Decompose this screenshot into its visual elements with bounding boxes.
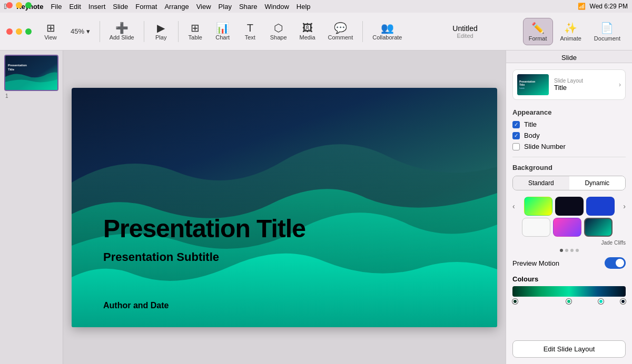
toolbar-separator-4 <box>362 21 363 42</box>
view-button[interactable]: ⊞ View <box>38 19 63 44</box>
colour-stop-left[interactable] <box>512 299 518 304</box>
body-checkbox[interactable]: ✓ <box>512 132 520 139</box>
shape-icon: ⬡ <box>274 23 283 33</box>
slide-title[interactable]: Presentation Title <box>103 214 305 243</box>
document-button[interactable]: 📄 Document <box>589 18 626 45</box>
document-icon: 📄 <box>600 22 614 34</box>
layout-name: Title <box>554 84 614 92</box>
title-checkbox[interactable]: ✓ <box>512 121 520 128</box>
comment-icon: 💬 <box>334 23 347 33</box>
menu-bar:  Keynote File Edit Insert Slide Format … <box>0 0 632 13</box>
collaborate-icon: 👥 <box>381 23 394 33</box>
play-icon: ▶ <box>157 23 165 33</box>
menu-play[interactable]: Play <box>219 3 232 11</box>
background-label: Background <box>512 164 626 171</box>
collaborate-button[interactable]: 👥 Collaborate <box>367 19 407 44</box>
canvas-area[interactable]: Presentation Title Presentation Subtitle… <box>63 50 506 364</box>
body-checkbox-row: ✓ Body <box>512 132 626 139</box>
menu-slide[interactable]: Slide <box>113 3 128 11</box>
colour-stop-mid-right[interactable] <box>598 299 604 304</box>
toolbar-separator-3 <box>178 21 179 42</box>
shape-button[interactable]: ⬡ Shape <box>265 19 292 44</box>
document-status: Edited <box>457 33 473 39</box>
layout-info: Slide Layout Title <box>554 78 614 92</box>
slide-thumbnail[interactable]: Presentation Title <box>4 55 58 91</box>
colour-stop-mid-left[interactable] <box>566 299 571 304</box>
title-checkbox-label: Title <box>524 120 537 128</box>
media-icon: 🖼 <box>302 23 313 33</box>
menu-view[interactable]: View <box>196 3 211 11</box>
close-button[interactable] <box>6 28 13 35</box>
right-panel-tab-slide[interactable]: Slide <box>506 50 632 63</box>
slide-number-checkbox[interactable] <box>512 143 520 150</box>
menu-edit[interactable]: Edit <box>69 3 81 11</box>
menu-share[interactable]: Share <box>239 3 258 11</box>
svg-text:Subtitle: Subtitle <box>519 87 525 89</box>
dot-3 <box>570 249 574 252</box>
svg-text:Title: Title <box>8 68 15 71</box>
minimize-button[interactable] <box>16 28 22 35</box>
menu-insert[interactable]: Insert <box>88 3 106 11</box>
document-title-area: Untitled Edited <box>409 24 520 39</box>
menu-format[interactable]: Format <box>135 3 157 11</box>
standard-toggle[interactable]: Standard <box>513 176 569 190</box>
slide-number-checkbox-row: Slide Number <box>512 143 626 150</box>
colour-stop-right[interactable] <box>620 299 626 304</box>
media-button[interactable]: 🖼 Media <box>294 19 321 44</box>
maximize-button[interactable] <box>25 2 32 8</box>
swatch-blue[interactable] <box>586 197 615 216</box>
comment-button[interactable]: 💬 Comment <box>323 19 359 44</box>
menu-bar-right: 📶 Wed 6:29 PM <box>578 3 628 10</box>
body-checkbox-label: Body <box>524 132 540 139</box>
zoom-button[interactable]: 45% ▾ <box>65 25 95 38</box>
slide-subtitle[interactable]: Presentation Subtitle <box>103 250 219 264</box>
menu-arrange[interactable]: Arrange <box>164 3 189 11</box>
time-display: Wed 6:29 PM <box>590 3 628 10</box>
background-toggle-row: Standard Dynamic <box>512 176 626 190</box>
swatches-dots <box>512 249 626 252</box>
swatch-pink-purple[interactable] <box>553 218 581 237</box>
appearance-label: Appearance <box>512 108 626 116</box>
add-slide-button[interactable]: ➕ Add Slide <box>104 19 140 44</box>
text-button[interactable]: T Text <box>238 19 263 44</box>
menu-help[interactable]: Help <box>297 3 311 11</box>
format-panel-icon: ✏️ <box>531 22 545 34</box>
chart-button[interactable]: 📊 Chart <box>210 19 235 44</box>
preview-motion-row: Preview Motion <box>512 257 626 269</box>
slide-thumb-preview: Presentation Title <box>5 56 57 90</box>
swatch-green-yellow[interactable] <box>524 197 552 216</box>
dynamic-toggle[interactable]: Dynamic <box>569 176 626 190</box>
right-panel-content: Presentation Title Subtitle Slide Layout… <box>506 63 632 334</box>
dot-2 <box>565 249 568 252</box>
slide-author[interactable]: Author and Date <box>103 301 169 310</box>
animate-button[interactable]: ✨ Animate <box>555 18 587 45</box>
swatch-jade-cliffs[interactable] <box>584 218 613 237</box>
layout-chevron-icon[interactable]: › <box>619 81 621 88</box>
close-button[interactable] <box>6 2 13 8</box>
swatch-dark[interactable] <box>555 197 584 216</box>
layout-label: Slide Layout <box>554 78 614 84</box>
svg-text:Title: Title <box>519 83 525 86</box>
menu-window[interactable]: Window <box>265 3 289 11</box>
minimize-button[interactable] <box>16 2 22 8</box>
edit-slide-layout-button[interactable]: Edit Slide Layout <box>512 340 626 358</box>
maximize-button[interactable] <box>25 28 32 35</box>
title-checkbox-row: ✓ Title <box>512 120 626 128</box>
dot-4 <box>576 249 579 252</box>
colours-label: Colours <box>512 275 626 283</box>
format-panel-button[interactable]: ✏️ Format <box>523 18 553 45</box>
preview-motion-toggle[interactable] <box>605 257 626 269</box>
play-button[interactable]: ▶ Play <box>149 19 174 44</box>
swatches-next-arrow[interactable]: › <box>623 202 626 210</box>
table-button[interactable]: ⊞ Table <box>183 19 208 44</box>
slide-number: 1 <box>4 93 58 99</box>
dot-1 <box>560 249 563 252</box>
chart-icon: 📊 <box>216 23 229 33</box>
slide-number-checkbox-label: Slide Number <box>524 143 566 150</box>
swatches-prev-arrow[interactable]: ‹ <box>512 202 515 210</box>
view-icon: ⊞ <box>46 23 55 33</box>
svg-text:Presentation: Presentation <box>8 64 27 67</box>
swatch-white[interactable] <box>522 218 550 237</box>
menu-file[interactable]: File <box>51 3 62 11</box>
animate-icon: ✨ <box>564 22 577 34</box>
